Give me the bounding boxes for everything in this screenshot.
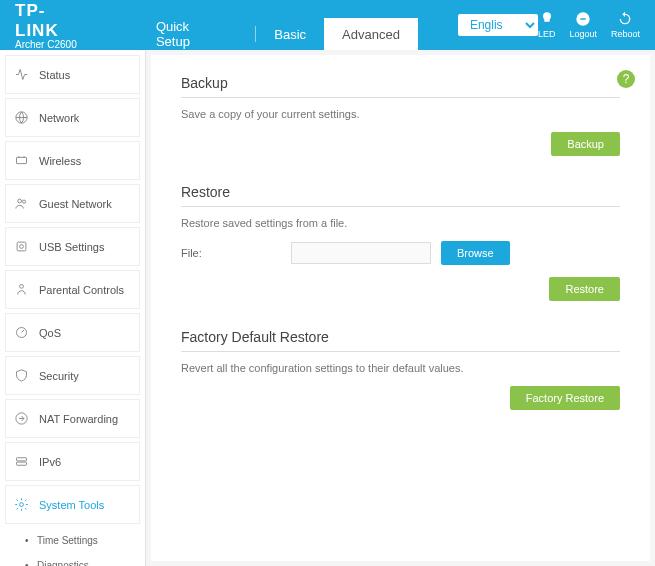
- usb-icon: [14, 239, 29, 254]
- sidebar-item-ipv6[interactable]: IPv6: [5, 442, 140, 481]
- restore-section: Restore Restore saved settings from a fi…: [181, 184, 620, 301]
- tab-quick-setup[interactable]: Quick Setup: [138, 18, 219, 50]
- sidebar-sub-diagnostics[interactable]: Diagnostics: [5, 553, 140, 566]
- sidebar-item-guest[interactable]: Guest Network: [5, 184, 140, 223]
- sidebar-item-security[interactable]: Security: [5, 356, 140, 395]
- backup-desc: Save a copy of your current settings.: [181, 108, 620, 120]
- reboot-icon: [617, 11, 633, 27]
- sidebar-item-nat[interactable]: NAT Forwarding: [5, 399, 140, 438]
- file-label: File:: [181, 247, 281, 259]
- network-icon: [14, 110, 29, 125]
- led-button[interactable]: LED: [538, 11, 556, 39]
- security-icon: [14, 368, 29, 383]
- restore-button[interactable]: Restore: [549, 277, 620, 301]
- qos-icon: [14, 325, 29, 340]
- header: TP-LINK Archer C2600 Quick Setup Basic A…: [0, 0, 655, 50]
- logout-button[interactable]: Logout: [569, 11, 597, 39]
- restore-title: Restore: [181, 184, 620, 207]
- factory-title: Factory Default Restore: [181, 329, 620, 352]
- sidebar-item-parental[interactable]: Parental Controls: [5, 270, 140, 309]
- backup-section: Backup Save a copy of your current setti…: [181, 75, 620, 156]
- svg-rect-4: [17, 242, 26, 251]
- main-content: ? Backup Save a copy of your current set…: [151, 55, 650, 561]
- svg-rect-1: [17, 157, 27, 163]
- led-icon: [539, 11, 555, 27]
- svg-point-6: [20, 285, 24, 289]
- sidebar-item-qos[interactable]: QoS: [5, 313, 140, 352]
- svg-point-3: [22, 200, 25, 203]
- systools-icon: [14, 497, 29, 512]
- status-icon: [14, 67, 29, 82]
- factory-desc: Revert all the configuration settings to…: [181, 362, 620, 374]
- tab-advanced[interactable]: Advanced: [324, 18, 418, 50]
- nat-icon: [14, 411, 29, 426]
- backup-title: Backup: [181, 75, 620, 98]
- brand-logo: TP-LINK: [15, 1, 83, 41]
- sidebar-item-usb[interactable]: USB Settings: [5, 227, 140, 266]
- header-actions: LED Logout Reboot: [538, 11, 640, 39]
- sidebar-item-network[interactable]: Network: [5, 98, 140, 137]
- svg-rect-9: [17, 458, 27, 461]
- tab-divider: [219, 26, 256, 42]
- wireless-icon: [14, 153, 29, 168]
- sidebar-item-systools[interactable]: System Tools: [5, 485, 140, 524]
- sidebar-sub-time[interactable]: Time Settings: [5, 528, 140, 553]
- parental-icon: [14, 282, 29, 297]
- svg-point-5: [20, 245, 24, 249]
- sidebar: Status Network Wireless Guest Network US…: [0, 50, 146, 566]
- brand: TP-LINK Archer C2600: [15, 1, 83, 50]
- reboot-button[interactable]: Reboot: [611, 11, 640, 39]
- browse-button[interactable]: Browse: [441, 241, 510, 265]
- file-input[interactable]: [291, 242, 431, 264]
- tab-basic[interactable]: Basic: [256, 18, 324, 50]
- brand-model: Archer C2600: [15, 39, 83, 50]
- nav-tabs: Quick Setup Basic Advanced: [138, 0, 418, 50]
- backup-button[interactable]: Backup: [551, 132, 620, 156]
- guest-icon: [14, 196, 29, 211]
- language-select[interactable]: English: [458, 14, 538, 36]
- logout-icon: [575, 11, 591, 27]
- sidebar-item-wireless[interactable]: Wireless: [5, 141, 140, 180]
- factory-section: Factory Default Restore Revert all the c…: [181, 329, 620, 410]
- help-button[interactable]: ?: [617, 70, 635, 88]
- svg-point-2: [18, 199, 22, 203]
- svg-point-11: [20, 503, 24, 507]
- factory-restore-button[interactable]: Factory Restore: [510, 386, 620, 410]
- ipv6-icon: [14, 454, 29, 469]
- svg-rect-10: [17, 462, 27, 465]
- sidebar-item-status[interactable]: Status: [5, 55, 140, 94]
- restore-desc: Restore saved settings from a file.: [181, 217, 620, 229]
